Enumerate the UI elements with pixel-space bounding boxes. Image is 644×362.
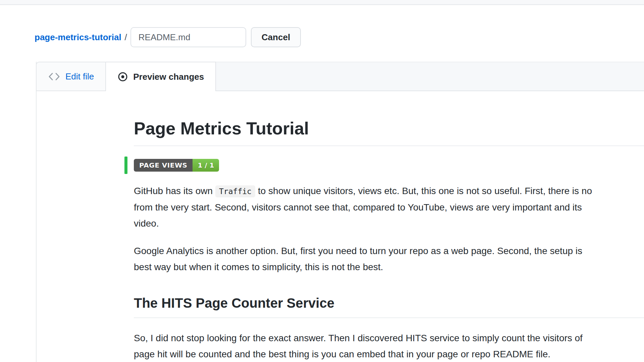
paragraph-line: Google Analytics is another option. But,… [134,243,644,259]
diff-added-bar [124,157,127,174]
badge-value: 1 / 1 [193,159,219,172]
paragraph-line: GitHub has its ownTrafficto show unique … [134,183,644,199]
page-views-badge: PAGE VIEWS 1 / 1 [134,159,219,172]
tab-edit-file-label: Edit file [65,71,94,82]
paragraph-line: page hit will be counted and the best th… [134,346,644,362]
tabnav-filler [216,62,644,91]
paragraph-text: to show unique visitors, views etc. But,… [258,186,592,196]
paragraph-line: best way but when it comes to simplicity… [134,259,644,275]
paragraph-line: from the very start. Second, visitors ca… [134,199,644,216]
preview-pane: Page Metrics Tutorial PAGE VIEWS 1 / 1 G… [37,91,644,362]
page-title: Page Metrics Tutorial [134,118,644,146]
tab-preview-changes-label: Preview changes [133,72,204,82]
breadcrumb-separator: / [125,32,127,43]
badge-label: PAGE VIEWS [134,159,193,172]
file-editor-box: Edit file Preview changes Page Metrics T… [36,62,644,362]
tab-edit-file[interactable]: Edit file [36,62,106,91]
tab-preview-changes[interactable]: Preview changes [106,62,216,91]
markdown-preview: Page Metrics Tutorial PAGE VIEWS 1 / 1 G… [134,118,644,362]
paragraph-line: So, I did not stop looking for the exact… [134,330,644,346]
filename-input[interactable] [130,27,246,47]
section-heading: The HITS Page Counter Service [134,295,644,318]
paragraph-1: GitHub has its ownTrafficto show unique … [134,183,644,232]
inline-code-traffic: Traffic [215,185,255,197]
editor-tabnav: Edit file Preview changes [37,62,644,91]
paragraph-line: video. [134,216,644,232]
badge-row: PAGE VIEWS 1 / 1 [134,159,644,172]
cancel-button[interactable]: Cancel [251,27,301,47]
eye-icon [117,71,128,82]
paragraph-2: Google Analytics is another option. But,… [134,243,644,275]
paragraph-3: So, I did not stop looking for the exact… [134,330,644,362]
breadcrumb-repo-link[interactable]: page-metrics-tutorial [35,32,121,43]
file-header: page-metrics-tutorial / Cancel [35,27,644,47]
page-header-strip [0,0,644,5]
paragraph-text: GitHub has its own [134,186,213,196]
code-icon [48,72,60,81]
